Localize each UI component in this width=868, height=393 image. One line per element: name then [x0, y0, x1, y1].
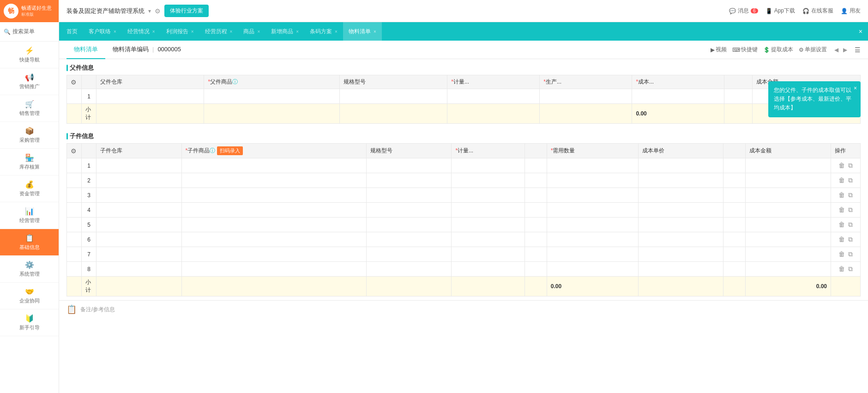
child-row1-warehouse[interactable]: [96, 158, 182, 173]
copy-icon-row4[interactable]: ⧉: [847, 205, 854, 214]
tab-home[interactable]: 首页: [61, 22, 83, 41]
child-row3-product[interactable]: [181, 188, 366, 203]
child-row6-unit-cost[interactable]: [638, 232, 723, 247]
tab-product[interactable]: 商品 ×: [238, 22, 265, 41]
child-row4-qty[interactable]: [547, 203, 638, 218]
child-row5-unit-cost[interactable]: [638, 218, 723, 232]
child-row4-warehouse[interactable]: [96, 203, 182, 218]
child-row2-product[interactable]: [181, 173, 366, 188]
delete-icon-row4[interactable]: 🗑: [838, 205, 846, 214]
tab-barcode-close[interactable]: ×: [335, 29, 338, 34]
child-row3-warehouse[interactable]: [96, 188, 182, 203]
parent-row1-spec[interactable]: [339, 89, 447, 104]
child-row2-measure[interactable]: [452, 173, 524, 188]
user-menu[interactable]: 👤 用友: [841, 7, 861, 15]
parent-row1-production[interactable]: [540, 89, 632, 104]
shortcut-action[interactable]: ⌨ 快捷键: [732, 46, 758, 54]
scan-button[interactable]: 扫码录入: [217, 146, 243, 155]
child-row1-qty[interactable]: [547, 158, 638, 173]
child-row8-qty[interactable]: [547, 262, 638, 277]
child-row6-product[interactable]: [181, 232, 366, 247]
tab-new-product[interactable]: 新增商品 ×: [265, 22, 304, 41]
child-row6-measure[interactable]: [452, 232, 524, 247]
child-row3-measure[interactable]: [452, 188, 524, 203]
sidebar-item-guide[interactable]: 🔰 新手引导: [0, 309, 59, 336]
copy-icon-row8[interactable]: ⧉: [847, 264, 854, 273]
tab-history-close[interactable]: ×: [230, 29, 233, 34]
child-row8-unit-cost[interactable]: [638, 262, 723, 277]
child-row5-warehouse[interactable]: [96, 218, 182, 232]
delete-icon-row1[interactable]: 🗑: [838, 161, 846, 170]
child-row5-spec[interactable]: [366, 218, 452, 232]
child-row8-measure[interactable]: [452, 262, 524, 277]
child-row7-product[interactable]: [181, 247, 366, 262]
search-menu-button[interactable]: 🔍 搜索菜单: [4, 26, 55, 37]
delete-icon-row2[interactable]: 🗑: [838, 175, 846, 185]
child-row8-product[interactable]: [181, 262, 366, 277]
tab-customer[interactable]: 客户联络 ×: [83, 22, 122, 41]
copy-icon-row6[interactable]: ⧉: [847, 235, 854, 244]
child-row4-spec[interactable]: [366, 203, 452, 218]
child-row7-qty[interactable]: [547, 247, 638, 262]
child-row2-qty[interactable]: [547, 173, 638, 188]
child-row4-unit-cost[interactable]: [638, 203, 723, 218]
child-row2-unit-cost[interactable]: [638, 173, 723, 188]
tab-customer-close[interactable]: ×: [114, 29, 116, 34]
child-row5-qty[interactable]: [547, 218, 638, 232]
sidebar-search-container[interactable]: 🔍 搜索菜单: [0, 22, 59, 42]
trial-button[interactable]: 体验行业方案: [164, 5, 209, 17]
child-row7-spec[interactable]: [366, 247, 452, 262]
child-row1-product[interactable]: [181, 158, 366, 173]
child-row5-measure[interactable]: [452, 218, 524, 232]
tab-bom[interactable]: 物料清单 ×: [343, 22, 382, 41]
sidebar-item-quick-nav[interactable]: ⚡ 快捷导航: [0, 42, 59, 68]
child-row3-unit-cost[interactable]: [638, 188, 723, 203]
copy-icon-row1[interactable]: ⧉: [847, 161, 854, 170]
child-row2-warehouse[interactable]: [96, 173, 182, 188]
child-row7-measure[interactable]: [452, 247, 524, 262]
sidebar-item-enterprise[interactable]: 🤝 企业协同: [0, 283, 59, 309]
sidebar-item-operation[interactable]: 📊 经营管理: [0, 202, 59, 229]
tab-bom-close[interactable]: ×: [374, 29, 376, 34]
parent-row1-cost[interactable]: [632, 89, 724, 104]
grid-view-icon[interactable]: ☰: [855, 46, 861, 54]
message-button[interactable]: 💬 消息 6: [729, 7, 758, 15]
sub-tab-bom-list[interactable]: 物料清单: [66, 41, 105, 59]
delete-icon-row6[interactable]: 🗑: [838, 235, 846, 244]
tab-profit[interactable]: 利润报告 ×: [161, 22, 199, 41]
cost-action[interactable]: 💲 提取成本: [763, 46, 793, 54]
child-row8-spec[interactable]: [366, 262, 452, 277]
child-row1-unit-cost[interactable]: [638, 158, 723, 173]
prev-arrow[interactable]: ◀: [832, 46, 840, 54]
child-row7-unit-cost[interactable]: [638, 247, 723, 262]
sidebar-item-inventory[interactable]: 🏪 库存核算: [0, 149, 59, 175]
child-row1-measure[interactable]: [452, 158, 524, 173]
child-row6-warehouse[interactable]: [96, 232, 182, 247]
tab-profit-close[interactable]: ×: [191, 29, 194, 34]
delete-icon-row5[interactable]: 🗑: [838, 220, 846, 229]
child-row3-qty[interactable]: [547, 188, 638, 203]
child-row3-spec[interactable]: [366, 188, 452, 203]
online-service-button[interactable]: 🎧 在线客服: [802, 7, 833, 15]
copy-icon-row5[interactable]: ⧉: [847, 220, 854, 229]
dropdown-icon[interactable]: ▾: [148, 8, 151, 14]
child-row4-product[interactable]: [181, 203, 366, 218]
child-row8-warehouse[interactable]: [96, 262, 182, 277]
sidebar-item-purchase[interactable]: 📦 采购管理: [0, 122, 59, 149]
parent-row1-measure[interactable]: [447, 89, 540, 104]
copy-icon-row3[interactable]: ⧉: [847, 190, 854, 200]
single-setting-action[interactable]: ⚙ 单据设置: [799, 46, 827, 54]
app-download-button[interactable]: 📱 App下载: [766, 7, 795, 15]
child-settings-icon[interactable]: ⚙: [71, 147, 77, 155]
delete-icon-row7[interactable]: 🗑: [838, 249, 846, 259]
tab-product-close[interactable]: ×: [257, 29, 260, 34]
copy-icon-row7[interactable]: ⧉: [847, 249, 854, 259]
parent-settings-icon[interactable]: ⚙: [71, 79, 77, 86]
tab-new-product-close[interactable]: ×: [296, 29, 299, 34]
delete-icon-row3[interactable]: 🗑: [838, 190, 846, 200]
tab-barcode[interactable]: 条码方案 ×: [304, 22, 343, 41]
child-row5-product[interactable]: [181, 218, 366, 232]
parent-row1-warehouse[interactable]: [96, 89, 204, 104]
next-arrow[interactable]: ▶: [841, 46, 849, 54]
sidebar-item-basic[interactable]: 📋 基础信息: [0, 229, 59, 256]
